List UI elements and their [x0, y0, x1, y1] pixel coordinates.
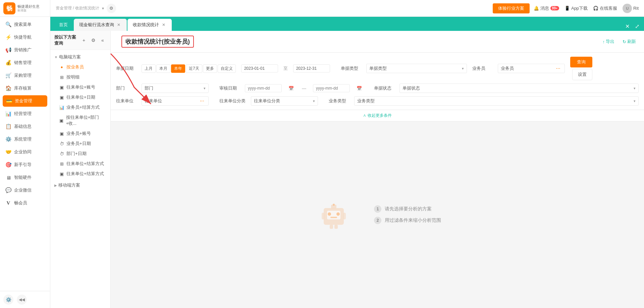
tree-section-label-mobile: 移动端方案 [58, 182, 80, 188]
left-panel-collapse-btn[interactable]: « [99, 37, 106, 44]
date-to-input[interactable] [293, 64, 330, 72]
sidebar-item-enterprise[interactable]: 🤝 企业协同 [0, 146, 50, 158]
sidebar-item-quicknav[interactable]: ⚡ 快捷导航 [0, 31, 50, 44]
tree-item-icon-ps2: ▣ [59, 171, 64, 176]
tree-section-mobile-header[interactable]: ▶ 移动端方案 [50, 180, 110, 190]
partner-more-icon[interactable]: ··· [200, 98, 204, 104]
query-btn[interactable]: 查询 [570, 57, 592, 67]
tab-home-label: 首页 [59, 22, 68, 28]
export-btn[interactable]: ↑ 导出 [600, 37, 618, 46]
partner-value: 往来单位 [145, 98, 162, 104]
tab-collection-stat-close[interactable]: ✕ [161, 22, 166, 28]
dept-label: 部门 [116, 85, 136, 91]
sidebar-item-hardware[interactable]: 🖥 智能硬件 [0, 171, 50, 184]
sidebar-item-purchase[interactable]: 🛒 采购管理 [0, 69, 50, 82]
date-range-btns: 上月 本月 本年 近7天 更多 自定义 [142, 64, 236, 73]
empty-state: 1 请先选择要分析的方案 2 用过滤条件来缩小分析范围 [111, 121, 644, 308]
receipt-type-label: 单据类型 [341, 65, 361, 71]
sidebar-item-warehouse[interactable]: 🏠 库存核算 [0, 82, 50, 95]
tab-collection-stat[interactable]: 收款情况统计 ✕ [127, 19, 172, 31]
tab-collection-stat-label: 收款情况统计 [133, 22, 159, 28]
review-date-from-input[interactable] [245, 84, 282, 92]
sidebar-item-label: 智能硬件 [14, 174, 32, 181]
sidebar-item-operations[interactable]: 📊 经营管理 [0, 107, 50, 120]
tree-item-partner-settle1[interactable]: ⊞ 往来单位+结算方式 [50, 159, 110, 169]
partner-select[interactable]: 往来单位 ··· [142, 96, 209, 106]
tree-item-label: 业务员+日期 [66, 141, 91, 147]
step-2-label: 用过滤条件来缩小分析范围 [385, 217, 441, 223]
partner-label: 往来单位 [116, 98, 136, 104]
tree-item-partner-date[interactable]: ▣ 往来单位+日期 [50, 92, 110, 102]
tree-item-by-detail[interactable]: ⊞ 按明细 [50, 72, 110, 82]
breadcrumb-dropdown-icon[interactable]: ▾ [102, 6, 104, 11]
biz-type-select[interactable]: 业务类型 ▾ [354, 96, 639, 106]
sidebar-item-marketing[interactable]: 📢 营销推广 [0, 44, 50, 56]
tree-item-partner-dept[interactable]: ▣ 按往来单位+部门+收... [50, 112, 110, 129]
app-download-btn[interactable]: 📱 App下载 [565, 5, 588, 11]
sidebar-collapse-btn[interactable]: ◀◀ [17, 295, 27, 305]
date-from-input[interactable] [241, 64, 278, 72]
sidebar-item-system[interactable]: ⚙️ 系统管理 [0, 133, 50, 146]
tree-item-by-salesperson[interactable]: ● 按业务员 [50, 62, 110, 72]
partner-category-select[interactable]: 往来单位分类 ▾ [251, 96, 318, 106]
sidebar-item-label: 基础信息 [14, 123, 32, 130]
sidebar-item-finance[interactable]: 💳 资金管理 [3, 95, 47, 107]
sidebar-item-label: 资金管理 [15, 98, 32, 104]
tree-item-salesperson-settle[interactable]: 📊 业务员+结算方式 [50, 102, 110, 112]
date-btn-7days[interactable]: 近7天 [186, 64, 202, 73]
online-service-btn[interactable]: 🎧 在线客服 [593, 5, 617, 11]
date-btn-this-year[interactable]: 本年 [171, 64, 185, 73]
dept-select[interactable]: 部门 ▾ [142, 84, 209, 93]
left-panel-add-btn[interactable]: + [80, 37, 88, 44]
tab-close-all-btn[interactable]: ✕ [624, 22, 631, 31]
tree-item-partner-account[interactable]: ▣ 往来单位+账号 [50, 82, 110, 92]
filter-settings-btn[interactable]: 设置 [572, 69, 592, 80]
header-gear-btn[interactable]: ⚙ [107, 4, 116, 13]
sidebar-item-basic[interactable]: 📋 基础信息 [0, 120, 50, 133]
tab-bar-right: ✕ ⤢ [624, 22, 641, 31]
review-date-label: 审核日期 [219, 85, 239, 91]
user-profile-btn[interactable]: U Rit [623, 4, 639, 13]
date-btn-more[interactable]: 更多 [203, 64, 217, 73]
tree-section-desktop-header[interactable]: ▼ 电脑端方案 [50, 52, 110, 62]
more-options-icon[interactable]: ··· [556, 65, 560, 71]
biz-type-label: 业务类型 [329, 98, 349, 104]
step-num-2: 2 [374, 217, 381, 224]
tree-item-sp-account[interactable]: ▣ 业务员+账号 [50, 129, 110, 139]
tab-maximize-btn[interactable]: ⤢ [634, 22, 641, 31]
left-panel-settings-btn[interactable]: ⚙ [90, 37, 97, 44]
sidebar-item-label: 新手引导 [14, 162, 32, 168]
sidebar-item-member[interactable]: V 畅会员 [0, 197, 50, 209]
tab-bank-flow-close[interactable]: ✕ [116, 22, 121, 28]
logo-icon: 畅 [3, 2, 15, 14]
date-btn-custom[interactable]: 自定义 [218, 64, 236, 73]
sidebar-item-wechat[interactable]: 💬 企业微信 [0, 184, 50, 197]
review-date-to-input[interactable] [313, 84, 350, 92]
date-btn-last-month[interactable]: 上月 [142, 64, 156, 73]
receipt-status-select[interactable]: 单据状态 ▾ [399, 84, 639, 93]
tab-bank-flow[interactable]: 现金银行流水查询 ✕ [74, 19, 127, 31]
sidebar-item-sales[interactable]: 💰 销售管理 [0, 56, 50, 69]
sidebar-settings-btn[interactable]: ⚙️ [3, 295, 13, 305]
notification-btn[interactable]: 🔔 消息 99+ [534, 5, 559, 11]
partner-category-arrow-icon: ▾ [313, 99, 315, 103]
collapse-bar[interactable]: ∧ 收起更多条件 [111, 110, 644, 121]
calendar-icon-from[interactable]: 📅 [288, 86, 294, 91]
receipt-type-select[interactable]: 单据类型 ▾ [366, 64, 467, 73]
tree-item-partner-settle2[interactable]: ▣ 往来单位+结算方式 [50, 169, 110, 179]
scheme-tree: ▼ 电脑端方案 ● 按业务员 ⊞ 按明细 ▣ 往来单位+账号 [50, 50, 110, 308]
tab-home[interactable]: 首页 [54, 19, 73, 31]
date-btn-this-month[interactable]: 本月 [156, 64, 170, 73]
sidebar-item-guide[interactable]: 🎯 新手引导 [0, 158, 50, 171]
refresh-btn[interactable]: ↻ 刷新 [620, 37, 639, 46]
calendar-icon-to[interactable]: 📅 [357, 86, 362, 91]
step-1-label: 请先选择要分析的方案 [385, 206, 432, 212]
trial-btn[interactable]: 体验行业方案 [493, 3, 530, 13]
svg-rect-7 [322, 213, 324, 219]
tree-item-sp-date[interactable]: ⏱ 业务员+日期 [50, 139, 110, 149]
sidebar-item-search[interactable]: 🔍 搜索菜单 [0, 18, 50, 31]
salesperson-select[interactable]: 业务员 ··· [498, 64, 565, 73]
tree-item-dept-date[interactable]: ⏱ 部门+日期 [50, 149, 110, 159]
tab-bank-flow-label: 现金银行流水查询 [79, 22, 114, 28]
receipt-type-value: 单据类型 [369, 65, 387, 71]
